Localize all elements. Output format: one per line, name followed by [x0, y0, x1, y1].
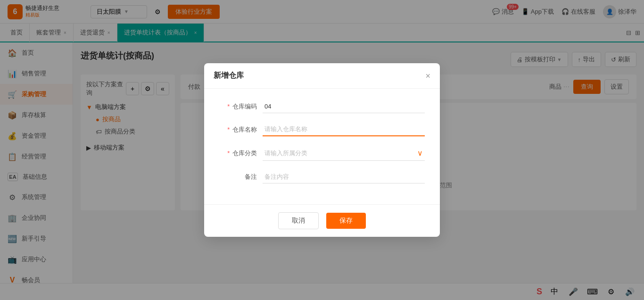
name-label: * 仓库名称	[219, 125, 257, 134]
modal-title: 新增仓库	[214, 71, 244, 81]
form-row-name: * 仓库名称	[219, 123, 425, 136]
warehouse-code-input[interactable]	[263, 100, 425, 113]
required-star-name: *	[227, 126, 230, 133]
modal-body: * 仓库编码 * 仓库名称 * 仓库分类 请输入所属	[204, 89, 440, 204]
remark-label: 备注	[219, 173, 257, 181]
category-label: * 仓库分类	[219, 149, 257, 158]
category-placeholder: 请输入所属分类	[264, 149, 307, 158]
modal-close-button[interactable]: ×	[425, 72, 430, 80]
code-label: * 仓库编码	[219, 102, 257, 111]
category-chevron-icon: ∨	[417, 149, 423, 158]
required-star-cat: *	[227, 150, 230, 157]
add-warehouse-modal: 新增仓库 × * 仓库编码 * 仓库名称	[204, 63, 440, 237]
form-row-remark: 备注	[219, 170, 425, 183]
form-row-category: * 仓库分类 请输入所属分类 ∨	[219, 146, 425, 161]
form-row-code: * 仓库编码	[219, 100, 425, 113]
warehouse-name-input[interactable]	[263, 123, 425, 136]
modal-header: 新增仓库 ×	[204, 63, 440, 89]
modal-overlay[interactable]: 新增仓库 × * 仓库编码 * 仓库名称	[0, 0, 644, 300]
category-select[interactable]: 请输入所属分类 ∨	[263, 146, 425, 161]
save-button[interactable]: 保存	[326, 213, 366, 229]
remark-input[interactable]	[263, 170, 425, 183]
required-star: *	[227, 103, 230, 110]
modal-footer: 取消 保存	[204, 204, 440, 237]
cancel-button[interactable]: 取消	[278, 212, 319, 229]
